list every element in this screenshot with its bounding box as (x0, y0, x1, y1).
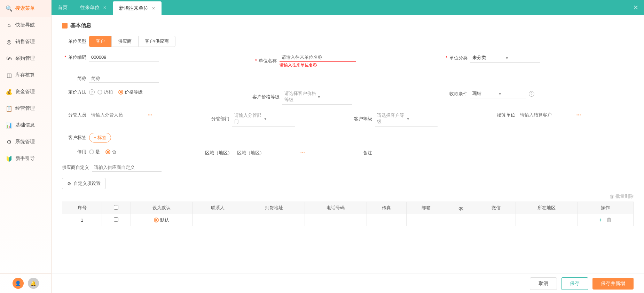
shortname-input[interactable] (89, 74, 159, 83)
supplier-custom-label: 供应商自定义 (62, 164, 89, 171)
unit-name-error: 请输入往来单位名称 (280, 62, 356, 68)
row-default-label: 默认 (160, 217, 169, 223)
sidebar-item-inventory[interactable]: ◫ 库存核算 (0, 67, 51, 83)
sidebar-item-quicknav[interactable]: ⌂ 快捷导航 (0, 17, 51, 33)
unit-name-wrap: 请输入往来单位名称 (280, 53, 356, 68)
select-all-checkbox[interactable] (114, 205, 118, 210)
save-new-button[interactable]: 保存并新增 (592, 278, 634, 290)
close-all-tabs[interactable]: ✕ (628, 4, 644, 11)
pricing-method-help[interactable]: ? (89, 89, 95, 95)
disabled-label: 停用 (62, 149, 86, 155)
content-area: 基本信息 单位类型 客户 供应商 客户/供应商 * 单位编码 (52, 15, 644, 274)
form-row-manager: 分管人员 ··· 分管部门 请输入分管部门 ▾ 客户等级 请选择客户等级 ▾ 结… (62, 111, 634, 127)
user-avatar[interactable]: 👤 (13, 278, 24, 289)
batch-delete-label[interactable]: 批量删除 (615, 193, 634, 200)
payment-terms-chevron: ▾ (499, 91, 524, 96)
unit-btn-both[interactable]: 客户/供应商 (138, 36, 175, 47)
payment-terms-select[interactable]: 现结 ▾ (470, 89, 526, 98)
form-row-pricing: 定价方法 ? 折扣 价格等级 客户价格等级 请选择客户价格等 (62, 89, 634, 105)
customer-price-level-select[interactable]: 请选择客户价格等级 ▾ (282, 89, 352, 105)
sidebar-item-sales[interactable]: ◎ 销售管理 (0, 33, 51, 50)
main-area: 首页 往来单位 ✕ 新增往来单位 ✕ ✕ 基本信息 单位类型 客户 供应商 客户… (52, 0, 644, 293)
form-group-settlement-unit: 结算单位 ··· (491, 111, 634, 119)
row-delete-button[interactable]: 🗑 (605, 217, 613, 223)
pricing-discount-radio[interactable]: 折扣 (97, 89, 113, 95)
unit-category-chevron: ▾ (506, 55, 538, 60)
unit-btn-customer[interactable]: 客户 (89, 36, 111, 47)
region-more[interactable]: ··· (300, 150, 305, 156)
batch-delete-icon: 🗑 (610, 194, 614, 199)
cancel-button[interactable]: 取消 (530, 277, 557, 290)
disabled-no-radio[interactable]: 否 (105, 149, 116, 155)
form-group-unit-code: * 单位编码 (62, 53, 252, 62)
shortname-label: 简称 (62, 75, 86, 82)
form-group-supplier-custom: 供应商自定义 (62, 163, 634, 172)
tab-home[interactable]: 首页 (52, 0, 74, 15)
col-area: 所在地区 (516, 202, 578, 214)
guide-icon: 🔰 (6, 155, 13, 162)
basic-icon: 📊 (6, 122, 13, 129)
sidebar-item-purchase[interactable]: 🛍 采购管理 (0, 50, 51, 67)
pricing-level-radio[interactable]: 价格等级 (118, 89, 143, 95)
customer-price-level-value: 请选择客户价格等级 (284, 90, 316, 103)
customer-level-select[interactable]: 请选择客户等级 ▾ (375, 111, 438, 127)
sidebar: 🔍 搜索菜单 ⌂ 快捷导航 ◎ 销售管理 🛍 采购管理 ◫ 库存核算 💰 资金管… (0, 0, 52, 293)
save-button[interactable]: 保存 (561, 277, 588, 290)
tab-new-partner-close[interactable]: ✕ (152, 6, 155, 11)
col-phone: 电话号码 (305, 202, 367, 214)
unit-category-value: 未分类 (472, 55, 504, 61)
row-add-button[interactable]: + (598, 217, 604, 223)
form-group-shortname: 简称 (62, 74, 159, 83)
custom-settings-button[interactable]: ⚙ 自定义项设置 (62, 178, 106, 189)
add-tag-button[interactable]: + 标签 (89, 133, 111, 143)
unit-name-label: * 单位名称 (252, 58, 277, 64)
sidebar-item-finance[interactable]: 💰 资金管理 (0, 83, 51, 100)
supplier-custom-input[interactable] (92, 163, 162, 172)
unit-code-input[interactable] (89, 53, 159, 62)
region-label: 区域（地区） (205, 150, 232, 156)
form-group-remark: 备注 (348, 149, 634, 157)
row-fax (367, 214, 406, 226)
tab-partner[interactable]: 往来单位 ✕ (74, 0, 113, 15)
sidebar-item-system[interactable]: ⚙ 系统管理 (0, 133, 51, 150)
col-fax: 传真 (367, 202, 406, 214)
pricing-discount-circle (97, 90, 102, 95)
tab-home-label: 首页 (58, 5, 68, 11)
manager-input[interactable] (89, 111, 145, 119)
unit-code-required: * (64, 55, 66, 60)
unit-category-label: * 单位分类 (443, 55, 468, 61)
tab-new-partner[interactable]: 新增往来单位 ✕ (113, 1, 162, 15)
form-group-disabled: 停用 是 否 (62, 149, 205, 155)
region-input[interactable] (235, 149, 298, 157)
sidebar-item-search[interactable]: 🔍 搜索菜单 (0, 0, 51, 17)
col-wechat: 微信 (476, 202, 516, 214)
unit-name-input[interactable] (280, 53, 356, 62)
home-icon: ⌂ (6, 22, 13, 29)
form-group-region: 区域（地区） ··· (205, 149, 348, 157)
settlement-unit-input[interactable] (518, 111, 574, 119)
sidebar-label-system: 系统管理 (15, 139, 35, 145)
row-checkbox[interactable] (114, 217, 118, 222)
row-email (406, 214, 446, 226)
sidebar-label-search: 搜索菜单 (15, 5, 35, 11)
form-row-unit-type: 单位类型 客户 供应商 客户/供应商 (62, 36, 634, 47)
table-body: 1 默认 (62, 214, 634, 226)
department-select[interactable]: 请输入分管部门 ▾ (232, 111, 295, 127)
unit-category-select[interactable]: 未分类 ▾ (470, 53, 540, 63)
unit-btn-supplier[interactable]: 供应商 (111, 36, 138, 47)
sidebar-item-guide[interactable]: 🔰 新手引导 (0, 150, 51, 167)
row-default-radio[interactable]: 默认 (134, 217, 189, 223)
sidebar-item-operations[interactable]: 📋 经营管理 (0, 100, 51, 117)
section-header: 基本信息 (62, 22, 634, 29)
disabled-yes-radio[interactable]: 是 (89, 149, 100, 155)
notification-icon[interactable]: 🔔 (28, 278, 39, 289)
settlement-unit-label: 结算单位 (491, 112, 515, 118)
pricing-level-circle (118, 90, 123, 95)
sidebar-item-basic[interactable]: 📊 基础信息 (0, 117, 51, 133)
remark-input[interactable] (375, 149, 479, 157)
settlement-unit-more[interactable]: ··· (576, 112, 581, 118)
tag-label: 客户标签 (62, 135, 86, 141)
tab-partner-close[interactable]: ✕ (103, 5, 107, 10)
manager-more-icon[interactable]: ··· (148, 112, 152, 118)
payment-terms-help[interactable]: ? (529, 91, 534, 97)
